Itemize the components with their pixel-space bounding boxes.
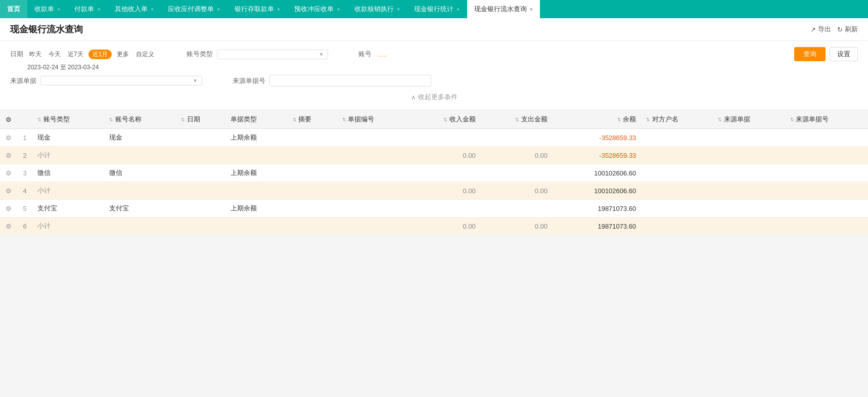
- row-expense: [481, 129, 553, 147]
- row-settings[interactable]: ⚙: [0, 147, 17, 164]
- col-expense[interactable]: ⇅ 支出金额: [481, 110, 553, 129]
- row-source-doc-no: [785, 147, 868, 164]
- col-counterpart[interactable]: ⇅ 对方户名: [641, 110, 713, 129]
- row-income: 0.00: [409, 182, 481, 200]
- date-opt-last7[interactable]: 近7天: [66, 50, 85, 59]
- source-doc-select[interactable]: ▼: [40, 76, 202, 85]
- close-icon-bank-deposit[interactable]: ×: [277, 6, 280, 12]
- close-icon-receive[interactable]: ×: [57, 6, 60, 12]
- row-balance: 19871073.60: [553, 217, 641, 235]
- row-summary: [288, 200, 337, 217]
- row-source-doc: [713, 200, 785, 217]
- account-type-filter: 账号类型 ▼: [187, 50, 328, 59]
- col-num: [17, 110, 32, 129]
- sort-icon-5: ⇅: [342, 117, 346, 122]
- table-row: ⚙ 5 支付宝 支付宝 上期余额 19871073.60: [0, 200, 868, 217]
- row-account-name: 微信: [104, 164, 176, 182]
- row-settings[interactable]: ⚙: [0, 164, 17, 182]
- source-doc-no-filter: 来源单据号: [233, 75, 431, 86]
- col-balance[interactable]: ⇅ 余额: [553, 110, 641, 129]
- nav-item-home[interactable]: 首页: [0, 0, 27, 18]
- row-doc-type: [225, 182, 287, 200]
- row-source-doc: [713, 164, 785, 182]
- date-opt-custom[interactable]: 自定义: [134, 50, 156, 59]
- date-range-display: 2023-02-24 至 2023-03-24: [10, 63, 858, 72]
- col-account-type[interactable]: ⇅ 账号类型: [32, 110, 104, 129]
- sort-icon-8: ⇅: [617, 117, 621, 122]
- account-type-arrow: ▼: [318, 52, 324, 57]
- close-icon-advance-offset[interactable]: ×: [337, 6, 340, 12]
- date-opt-today[interactable]: 今天: [47, 50, 63, 59]
- row-source-doc-no: [785, 129, 868, 147]
- row-income: [409, 200, 481, 217]
- row-account-type: 小计: [32, 182, 104, 200]
- col-summary[interactable]: ⇅ 摘要: [288, 110, 337, 129]
- close-icon-verify-exec[interactable]: ×: [397, 6, 400, 12]
- nav-item-verify-exec[interactable]: 收款核销执行×: [347, 0, 407, 18]
- col-source-doc[interactable]: ⇅ 来源单据: [713, 110, 785, 129]
- close-icon-payment[interactable]: ×: [97, 6, 100, 12]
- sort-icon-9: ⇅: [646, 117, 650, 122]
- account-filter: 账号 ...: [358, 50, 389, 59]
- refresh-icon: ↻: [837, 26, 843, 33]
- row-source-doc-no: [785, 200, 868, 217]
- nav-item-ap-adjust[interactable]: 应收应付调整单×: [161, 0, 227, 18]
- table-row: ⚙ 6 小计 0.00 0.00 19871073.60: [0, 217, 868, 235]
- nav-item-bank-deposit[interactable]: 银行存取款单×: [227, 0, 287, 18]
- date-opt-last1m[interactable]: 近1月: [88, 50, 112, 59]
- row-expense: 0.00: [481, 147, 553, 164]
- row-date: [176, 182, 225, 200]
- row-settings[interactable]: ⚙: [0, 182, 17, 200]
- nav-item-cash-bank-stat[interactable]: 现金银行统计×: [407, 0, 467, 18]
- row-source-doc-no: [785, 164, 868, 182]
- collapse-label: 收起更多条件: [418, 93, 458, 102]
- settings-button[interactable]: 设置: [830, 47, 858, 61]
- account-type-select[interactable]: ▼: [217, 50, 328, 59]
- col-settings[interactable]: ⚙: [0, 110, 17, 129]
- row-income: [409, 164, 481, 182]
- col-account-name[interactable]: ⇅ 账号名称: [104, 110, 176, 129]
- sort-icon-2: ⇅: [109, 117, 113, 122]
- row-settings[interactable]: ⚙: [0, 200, 17, 217]
- row-doc-no: [337, 129, 409, 147]
- date-filter: 日期 昨天 今天 近7天 近1月 更多 自定义: [10, 50, 156, 59]
- close-icon-cash-bank-stat[interactable]: ×: [456, 6, 460, 12]
- row-settings[interactable]: ⚙: [0, 217, 17, 235]
- export-button[interactable]: ↗ 导出: [810, 25, 831, 34]
- nav-item-payment[interactable]: 付款单×: [67, 0, 107, 18]
- col-date[interactable]: ⇅ 日期: [176, 110, 225, 129]
- nav-item-receive[interactable]: 收款单×: [27, 0, 67, 18]
- nav-item-advance-offset[interactable]: 预收冲应收单×: [287, 0, 347, 18]
- refresh-button[interactable]: ↻ 刷新: [837, 25, 858, 34]
- sort-icon-7: ⇅: [515, 117, 519, 122]
- col-doc-no[interactable]: ⇅ 单据编号: [337, 110, 409, 129]
- close-icon-cash-bank-flow[interactable]: ×: [530, 6, 533, 12]
- query-button[interactable]: 查询: [794, 47, 826, 61]
- date-opt-more[interactable]: 更多: [115, 50, 131, 59]
- row-date: [176, 200, 225, 217]
- row-account-name: [104, 147, 176, 164]
- row-summary: [288, 182, 337, 200]
- row-num: 4: [17, 182, 32, 200]
- account-dots-btn[interactable]: ...: [376, 50, 389, 59]
- source-doc-no-label: 来源单据号: [233, 76, 265, 85]
- source-doc-label: 来源单据: [10, 76, 36, 85]
- row-counterpart: [641, 182, 713, 200]
- nav-item-other-income[interactable]: 其他收入单×: [108, 0, 161, 18]
- nav-item-cash-bank-flow[interactable]: 现金银行流水查询×: [467, 0, 540, 18]
- col-income[interactable]: ⇅ 收入金额: [409, 110, 481, 129]
- close-icon-other-income[interactable]: ×: [151, 6, 154, 12]
- close-icon-ap-adjust[interactable]: ×: [217, 6, 220, 12]
- row-doc-type: [225, 147, 287, 164]
- page-title: 现金银行流水查询: [10, 23, 83, 35]
- row-account-type: 支付宝: [32, 200, 104, 217]
- row-date: [176, 147, 225, 164]
- row-doc-no: [337, 147, 409, 164]
- source-doc-no-input[interactable]: [269, 75, 431, 86]
- sort-icon-10: ⇅: [718, 117, 722, 122]
- col-source-doc-no[interactable]: ⇅ 来源单据号: [785, 110, 868, 129]
- row-settings[interactable]: ⚙: [0, 129, 17, 147]
- date-options: 昨天 今天 近7天 近1月 更多 自定义: [27, 50, 156, 59]
- collapse-bar[interactable]: ∧ 收起更多条件: [10, 91, 858, 106]
- date-opt-yesterday[interactable]: 昨天: [27, 50, 43, 59]
